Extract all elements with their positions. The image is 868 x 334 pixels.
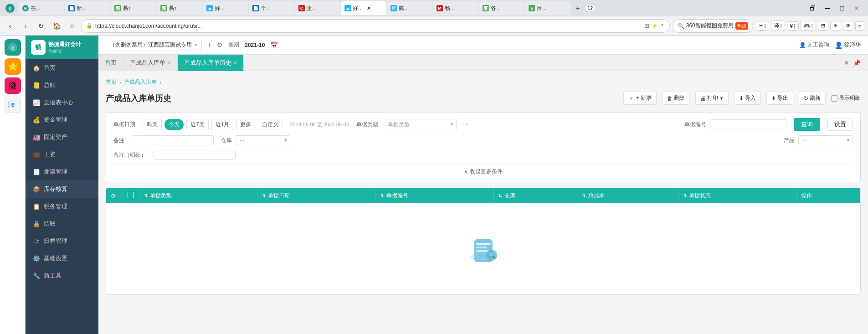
refresh-button[interactable]: ↻ 刷新 [799, 92, 826, 105]
th-bill-no[interactable]: ⇅ 单据编号 [375, 188, 493, 203]
sidebar-item-home[interactable]: 🏠 首页 [26, 59, 98, 77]
game-tool[interactable]: 🎮 | [801, 21, 816, 31]
browser-tab-5[interactable]: ☁ 好... [203, 1, 248, 15]
app-icon-main[interactable]: e [5, 39, 21, 56]
th-total-cost[interactable]: ⇅ 总成本 [577, 188, 678, 203]
browser-tab-10[interactable]: M 畅... [433, 1, 478, 15]
browser-tab-12[interactable]: S 目... [525, 1, 570, 15]
apps-tool[interactable]: ⊞ [818, 21, 828, 31]
dropdown-icon[interactable]: ▼ [660, 22, 665, 29]
query-button[interactable]: 查询 [794, 118, 820, 131]
date-today[interactable]: 今天 [164, 119, 184, 130]
sidebar-item-ledger[interactable]: 📒 总账 [26, 77, 98, 94]
print-button[interactable]: 🖨 打印 ▼ [695, 92, 729, 105]
forward-button[interactable]: › [19, 20, 32, 32]
th-bill-type[interactable]: ⇅ 单据类型 [139, 188, 257, 203]
collapse-button[interactable]: ∧ 收起更多条件 [464, 168, 503, 175]
translate-tool[interactable]: 译 | [771, 21, 785, 31]
setting-button[interactable]: 设置 [827, 118, 853, 131]
browser-tab-7[interactable]: C 企... [295, 1, 340, 15]
date-more[interactable]: 更多 [236, 119, 255, 130]
sidebar-item-invoice[interactable]: 🧾 发票管理 [26, 163, 98, 180]
sidebar-item-archive[interactable]: 🗂 归档管理 [26, 232, 98, 250]
close-icon[interactable]: ✕ [851, 2, 863, 14]
th-bill-date[interactable]: ⇅ 单据日期 [257, 188, 375, 203]
panel-close-icon[interactable]: ✕ [844, 59, 849, 67]
sidebar-item-tax[interactable]: 📋 税务管理 [26, 198, 98, 215]
add-company-button[interactable]: + [207, 41, 211, 49]
grid-icon[interactable]: ⊞ [644, 22, 649, 29]
tab-count[interactable]: 12 [585, 5, 595, 11]
th-settings[interactable]: ⚙ [106, 188, 123, 203]
bill-no-input[interactable] [710, 119, 786, 129]
tab-close-8[interactable]: ✕ [365, 4, 373, 12]
warehouse-select[interactable]: ··· [236, 135, 290, 145]
new-tab-button[interactable]: ＋ [571, 1, 585, 15]
th-warehouse[interactable]: ⇅ 仓库 [493, 188, 577, 203]
page-tab-home[interactable]: 首页 [98, 55, 123, 71]
sidebar-item-reports[interactable]: 📈 云报表中心 [26, 94, 98, 111]
bill-type-select[interactable]: 单据类型 [384, 119, 457, 130]
date-1month[interactable]: 近1月 [211, 119, 234, 130]
import-button[interactable]: ⬇ 导入 [734, 92, 761, 105]
browser-tab-8[interactable]: ☁ 好... ✕ [341, 1, 386, 15]
topbar-settings-button[interactable]: ⚙ [217, 41, 223, 49]
browser-tab-9[interactable]: 腾 腾... [387, 1, 432, 15]
yuan-tool[interactable]: ¥ | [787, 21, 799, 31]
warehouse-select-wrap[interactable]: ··· [236, 135, 290, 145]
breadcrumb-home[interactable]: 首页 [106, 78, 117, 86]
company-select[interactable]: （勿删勿禁用）江西腺宝测试专用 ▼ [106, 39, 202, 51]
back-button[interactable]: ‹ [4, 20, 16, 32]
sidebar-item-funds[interactable]: 💰 资金管理 [26, 111, 98, 128]
sidebar-item-settings[interactable]: ⚙️ 基础设置 [26, 250, 98, 267]
scissors-tool[interactable]: ✂ | [756, 21, 769, 31]
browser-tab-4[interactable]: 📊 易↑ [157, 1, 202, 15]
restore-icon[interactable]: 🗗 [807, 2, 819, 14]
panel-pin-icon[interactable]: 📌 [853, 59, 861, 67]
address-input-wrap[interactable]: 🔒 https://cloud.chanjet.com/accounting/u… [81, 19, 670, 33]
app-icon-star[interactable]: ⭐ [5, 58, 21, 75]
home-button[interactable]: 🏠 [50, 20, 63, 32]
sidebar-item-tools[interactable]: 🔧 新工具 [26, 267, 98, 284]
page-tab-bill-close[interactable]: ✕ [167, 60, 171, 65]
browser-tab-11[interactable]: 📊 各... [479, 1, 524, 15]
sidebar-item-checkout[interactable]: 🔒 结账 [26, 215, 98, 232]
show-cols-toggle[interactable]: 显示明细 [831, 94, 861, 102]
th-bill-status[interactable]: ⇅ 单据状态 [678, 188, 796, 203]
help-link[interactable]: 👤 人工咨询 [799, 41, 829, 49]
app-icon-mail[interactable]: 📧 [5, 97, 21, 113]
lightning-icon[interactable]: ⚡ [651, 22, 658, 29]
delete-button[interactable]: 🗑 删除 [662, 92, 690, 105]
bill-type-select-wrap[interactable]: 单据类型 [384, 119, 457, 130]
date-7days[interactable]: 近7天 [186, 119, 209, 130]
add-button[interactable]: ＋ + 新增 [623, 92, 657, 105]
theme-tool[interactable]: ☀ [830, 21, 841, 31]
show-cols-checkbox[interactable] [831, 95, 837, 102]
browser-tab-1[interactable]: ⊙ 在... [19, 1, 64, 15]
refresh-button[interactable]: ↻ [35, 20, 47, 32]
sidebar-item-salary[interactable]: 💼 工资 [26, 146, 98, 163]
calendar-icon[interactable]: 📅 [270, 41, 278, 49]
date-custom[interactable]: 自定义 [258, 119, 282, 130]
breadcrumb-list[interactable]: 产成品入库单 [124, 78, 157, 86]
page-tab-history[interactable]: 产成品入库单历史 ✕ [178, 55, 244, 71]
th-checkbox[interactable] [123, 188, 139, 203]
user-info[interactable]: 👤 徐泽华 [835, 41, 861, 49]
note-detail-input[interactable] [154, 150, 236, 160]
sidebar-item-assets[interactable]: 🏭 固定资产 [26, 128, 98, 146]
browser-logo[interactable]: e [2, 1, 18, 15]
product-select[interactable]: ··· [798, 135, 853, 145]
maximize-icon[interactable]: □ [836, 2, 848, 14]
app-icon-weibo[interactable]: 微 [5, 77, 21, 94]
minimize-icon[interactable]: ─ [822, 2, 833, 14]
browser-tab-2[interactable]: 📄 新... [65, 1, 110, 15]
sync-tool[interactable]: ⟳ [843, 21, 853, 31]
date-yesterday[interactable]: 昨天 [143, 119, 162, 130]
bookmark-button[interactable]: ☆ [66, 20, 78, 32]
page-tab-history-close[interactable]: ✕ [233, 60, 237, 65]
sidebar-item-inventory[interactable]: 📦 库存核算 [26, 180, 98, 198]
page-tab-bill[interactable]: 产成品入库单 ✕ [123, 55, 178, 71]
browser-tab-6[interactable]: 📄 个... [249, 1, 294, 15]
browser-tab-3[interactable]: 📊 易↑ [111, 1, 156, 15]
menu-tool[interactable]: ≡ [855, 21, 864, 31]
